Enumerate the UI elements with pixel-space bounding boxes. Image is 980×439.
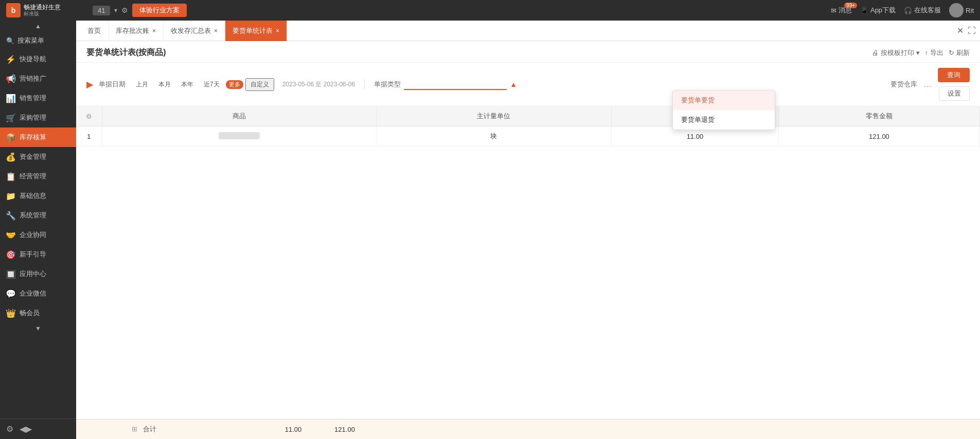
warehouse-more-icon[interactable]: … (923, 80, 932, 89)
settings-icon[interactable]: ⚙ (6, 424, 13, 434)
sidebar-scroll-down[interactable]: ▼ (0, 323, 76, 334)
sidebar-item-sales[interactable]: 📊 销售管理 (0, 88, 76, 108)
message-icon: ✉ (831, 7, 836, 14)
footer-label-text: 合计 (143, 425, 156, 433)
print-dropdown-icon[interactable]: ▾ (916, 49, 920, 57)
footer-label-gear: ⊞ (132, 425, 137, 433)
date-filter-label: 单据日期 (99, 80, 126, 89)
logo-text: 畅捷通好生意 标准版 (24, 4, 61, 17)
filter-actions: 查询 设置 (938, 68, 970, 101)
refresh-icon: ↻ (949, 49, 954, 57)
appstore-icon: 🔲 (6, 269, 15, 279)
sidebar-item-label: 销售管理 (20, 94, 46, 103)
type-dropdown-chevron[interactable]: ▲ (510, 80, 517, 88)
page-title: 要货单统计表(按商品) (86, 47, 166, 58)
query-button[interactable]: 查询 (938, 68, 970, 82)
date-custom[interactable]: 自定义 (245, 78, 274, 91)
sidebar-scroll-up[interactable]: ▲ (0, 21, 76, 32)
user-area[interactable]: Rit (949, 3, 974, 17)
tab-bar: 首页 库存批次账 × 收发存汇总表 × 要货单统计表 × ✕ ⛶ (76, 21, 980, 41)
sidebar-item-vip[interactable]: 👑 畅会员 (0, 303, 76, 323)
sidebar-item-label: 应用中心 (20, 269, 46, 279)
tab-bar-close-icon[interactable]: ✕ (957, 26, 964, 35)
date-prev-month[interactable]: 上月 (132, 79, 152, 90)
sidebar-item-basic[interactable]: 📁 基础信息 (0, 186, 76, 206)
message-area[interactable]: ✉ 消息 99+ (831, 6, 852, 15)
sidebar-item-inventory[interactable]: 📦 库存核算 (0, 127, 76, 147)
sidebar-item-quick-nav[interactable]: ⚡ 快捷导航 (0, 49, 76, 69)
trial-button[interactable]: 体验行业方案 (132, 4, 187, 17)
service-icon: 🎧 (904, 7, 912, 14)
filter-expand-icon[interactable]: ▶ (86, 80, 93, 89)
export-icon: ↑ (925, 49, 929, 57)
th-amount: 零售金额 (778, 106, 979, 126)
app-download[interactable]: 📱 App下载 (860, 6, 896, 15)
sidebar-search[interactable]: 🔍 搜索菜单 (0, 32, 76, 49)
sidebar-item-wechat[interactable]: 💬 企业微信 (0, 284, 76, 303)
filter-bar: ▶ 单据日期 上月 本月 本年 近7天 更多 自定义 2023-05-06 至 … (76, 63, 980, 106)
sidebar-item-label: 系统管理 (20, 211, 46, 220)
date-last-7days[interactable]: 近7天 (200, 79, 224, 90)
top-header: b 畅捷通好生意 标准版 41 ▾ ⚙ 体验行业方案 ✉ 消息 99+ 📱 Ap… (0, 0, 980, 21)
print-button[interactable]: 🖨 按模板打印 ▾ (872, 48, 920, 58)
tab-dropdown-arrow[interactable]: ▾ (114, 7, 117, 14)
sidebar-item-label: 经营管理 (20, 172, 46, 181)
sidebar-item-newbie[interactable]: 🎯 新手引导 (0, 245, 76, 264)
main-layout: ▲ 🔍 搜索菜单 ⚡ 快捷导航 📢 营销推广 📊 销售管理 🛒 采购管理 📦 库… (0, 21, 980, 439)
sidebar-item-purchase[interactable]: 🛒 采购管理 (0, 108, 76, 127)
quick-nav-icon: ⚡ (6, 54, 15, 64)
date-this-month[interactable]: 本月 (154, 79, 175, 90)
inventory-icon: 📦 (6, 133, 15, 142)
sidebar-item-marketing[interactable]: 📢 营销推广 (0, 69, 76, 88)
tab-bar-right: ✕ ⛶ (957, 26, 976, 35)
tab-order-stats[interactable]: 要货单统计表 × (225, 21, 287, 41)
sidebar-item-appstore[interactable]: 🔲 应用中心 (0, 264, 76, 284)
th-product: 商品 (102, 106, 376, 126)
sidebar-item-system[interactable]: 🔧 系统管理 (0, 206, 76, 225)
tab-receive-summary[interactable]: 收发存汇总表 × (164, 21, 225, 41)
basic-icon: 📁 (6, 191, 15, 200)
purchase-icon: 🛒 (6, 113, 15, 122)
warehouse-filter-label: 要货仓库 (890, 80, 917, 89)
sidebar-item-label: 企业协同 (20, 230, 46, 240)
export-button[interactable]: ↑ 导出 (925, 48, 944, 58)
online-service[interactable]: 🎧 在线客服 (904, 6, 941, 15)
date-this-year[interactable]: 本年 (177, 79, 198, 90)
sidebar-item-finance[interactable]: 💰 资金管理 (0, 147, 76, 167)
table-header-row: ⚙ 商品 主计量单位 主数量 零售金额 (76, 106, 980, 126)
table-area: ⚙ 商品 主计量单位 主数量 零售金额 1 (76, 106, 980, 419)
type-filter-label: 单据类型 (374, 80, 401, 89)
sidebar-item-label: 采购管理 (20, 113, 46, 122)
footer-qty: 11.00 (268, 426, 319, 433)
th-unit: 主计量单位 (376, 106, 611, 126)
tab-label: 要货单统计表 (233, 26, 273, 35)
system-icon: 🔧 (6, 211, 15, 220)
refresh-button[interactable]: ↻ 刷新 (949, 48, 970, 58)
tab-home[interactable]: 首页 (80, 21, 109, 41)
th-gear[interactable]: ⚙ (76, 106, 102, 126)
search-icon: 🔍 (6, 37, 14, 45)
settings-button[interactable]: 设置 (939, 86, 970, 101)
table-settings-icon[interactable]: ⚙ (86, 113, 92, 120)
header-gear-icon[interactable]: ⚙ (121, 6, 128, 14)
data-table: ⚙ 商品 主计量单位 主数量 零售金额 1 (76, 106, 980, 147)
dropdown-item-order-return[interactable]: 要货单退货 (673, 110, 775, 130)
dropdown-item-order-goods[interactable]: 要货单要货 (673, 90, 775, 110)
tab-close-icon[interactable]: × (276, 27, 279, 34)
sidebar-item-label: 资金管理 (20, 152, 46, 161)
sidebar-item-operation[interactable]: 📋 经营管理 (0, 167, 76, 186)
logo-area: b 畅捷通好生意 标准版 (6, 3, 82, 17)
tab-inventory-batch[interactable]: 库存批次账 × (109, 21, 164, 41)
sidebar-item-label: 库存核算 (20, 133, 46, 142)
content-area: 首页 库存批次账 × 收发存汇总表 × 要货单统计表 × ✕ ⛶ 要 (76, 21, 980, 439)
collapse-icon[interactable]: ◀▶ (20, 424, 32, 434)
tab-close-icon[interactable]: × (214, 27, 218, 34)
footer-total-label: ⊞ 合计 (82, 425, 206, 434)
sidebar-item-enterprise[interactable]: 🤝 企业协同 (0, 225, 76, 245)
tab-close-icon[interactable]: × (152, 27, 156, 34)
tab-bar-expand-icon[interactable]: ⛶ (968, 26, 976, 35)
date-more-badge[interactable]: 更多 (226, 80, 243, 89)
date-buttons: 上月 本月 本年 近7天 更多 自定义 (132, 78, 274, 91)
type-filter-input[interactable] (404, 79, 507, 90)
service-label: 在线客服 (914, 6, 941, 15)
